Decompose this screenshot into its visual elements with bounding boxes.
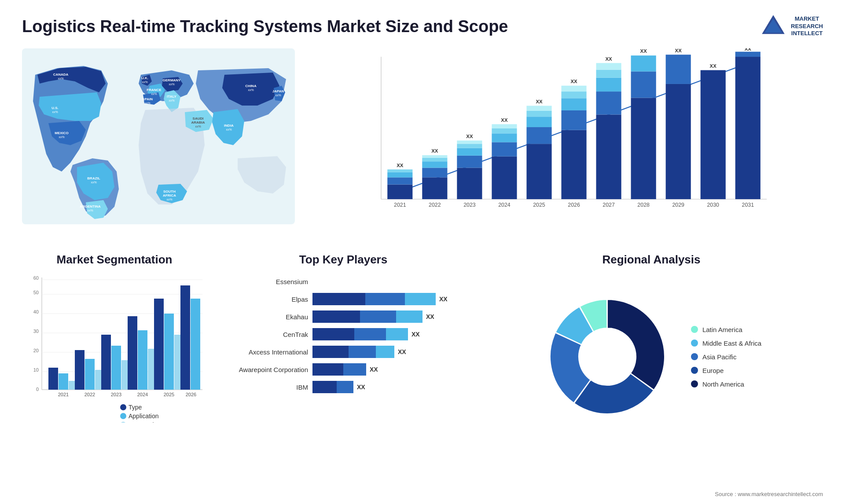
svg-text:2024: 2024 bbox=[498, 202, 511, 208]
svg-text:xx%: xx% bbox=[195, 125, 201, 128]
player-name: Axcess International bbox=[220, 348, 308, 356]
player-bar bbox=[312, 293, 436, 305]
svg-rect-127 bbox=[111, 346, 121, 390]
player-bar-container: XX bbox=[312, 310, 467, 323]
svg-rect-130 bbox=[128, 316, 137, 390]
svg-rect-88 bbox=[631, 71, 656, 98]
svg-text:2029: 2029 bbox=[672, 202, 684, 208]
svg-text:SOUTH: SOUTH bbox=[163, 190, 176, 194]
reg-legend-item-latin: Latin America bbox=[691, 326, 761, 333]
svg-rect-82 bbox=[596, 78, 621, 91]
player-bar-container: XX bbox=[312, 328, 467, 340]
svg-rect-60 bbox=[492, 142, 517, 156]
svg-text:2023: 2023 bbox=[463, 202, 476, 208]
player-name: CenTrak bbox=[220, 331, 308, 338]
svg-text:2022: 2022 bbox=[429, 202, 441, 208]
svg-text:60: 60 bbox=[33, 275, 39, 281]
bar-seg2 bbox=[343, 363, 366, 376]
regional-donut-chart bbox=[541, 291, 673, 423]
legend-label-na: North America bbox=[702, 380, 744, 388]
bar-seg1 bbox=[312, 381, 337, 393]
player-row: Awarepoint Corporation XX bbox=[220, 363, 467, 376]
svg-rect-80 bbox=[596, 114, 621, 199]
svg-text:SAUDI: SAUDI bbox=[193, 117, 204, 121]
page-title: Logistics Real-time Tracking Systems Mar… bbox=[22, 17, 508, 36]
reg-legend-item-na: North America bbox=[691, 380, 761, 388]
svg-rect-49 bbox=[422, 155, 447, 158]
player-row: Axcess International XX bbox=[220, 346, 467, 358]
svg-text:xx%: xx% bbox=[91, 181, 96, 184]
svg-rect-54 bbox=[457, 148, 482, 156]
svg-rect-123 bbox=[85, 359, 95, 390]
player-bar bbox=[312, 363, 366, 376]
svg-text:ARGENTINA: ARGENTINA bbox=[80, 205, 101, 208]
svg-text:MEXICO: MEXICO bbox=[55, 131, 69, 135]
svg-text:XX: XX bbox=[605, 56, 612, 62]
svg-rect-40 bbox=[387, 177, 412, 184]
bar-seg2 bbox=[365, 293, 405, 305]
player-bar bbox=[312, 381, 353, 393]
svg-text:XX: XX bbox=[536, 99, 543, 104]
svg-text:30: 30 bbox=[33, 329, 39, 334]
svg-rect-92 bbox=[666, 84, 691, 199]
svg-point-143 bbox=[120, 413, 126, 419]
svg-text:2030: 2030 bbox=[707, 202, 719, 208]
segmentation-section: Market Segmentation 0 10 20 30 40 50 60 bbox=[22, 253, 207, 464]
player-row: Essensium bbox=[220, 275, 467, 288]
players-section: Top Key Players Essensium Elpas bbox=[220, 253, 467, 464]
segmentation-title: Market Segmentation bbox=[22, 253, 207, 267]
svg-text:40: 40 bbox=[33, 309, 39, 314]
svg-text:XX: XX bbox=[570, 79, 577, 84]
player-name: Awarepoint Corporation bbox=[220, 366, 308, 373]
svg-rect-39 bbox=[387, 185, 412, 199]
svg-rect-41 bbox=[387, 172, 412, 177]
legend-label-mea: Middle East & Africa bbox=[702, 340, 761, 347]
svg-point-141 bbox=[120, 404, 126, 410]
svg-rect-87 bbox=[631, 98, 656, 199]
svg-text:XX: XX bbox=[675, 48, 682, 53]
svg-text:Type: Type bbox=[129, 404, 142, 411]
svg-text:xx%: xx% bbox=[226, 128, 231, 131]
svg-text:2025: 2025 bbox=[164, 392, 174, 397]
svg-rect-74 bbox=[561, 110, 586, 130]
players-list: Essensium Elpas XX bbox=[220, 273, 467, 393]
player-bar bbox=[312, 310, 422, 323]
svg-rect-139 bbox=[191, 299, 200, 390]
svg-rect-77 bbox=[561, 86, 586, 91]
svg-rect-67 bbox=[526, 127, 551, 144]
reg-legend-item-europe: Europe bbox=[691, 367, 761, 374]
reg-legend-item-apac: Asia Pacific bbox=[691, 353, 761, 361]
player-value: XX bbox=[357, 383, 365, 391]
svg-rect-93 bbox=[666, 55, 691, 84]
svg-text:ITALY: ITALY bbox=[167, 95, 176, 99]
bar-seg1 bbox=[312, 293, 365, 305]
svg-rect-83 bbox=[596, 70, 621, 78]
svg-text:ARABIA: ARABIA bbox=[191, 121, 205, 124]
svg-text:U.S.: U.S. bbox=[51, 106, 59, 110]
players-title: Top Key Players bbox=[220, 253, 467, 267]
svg-rect-62 bbox=[492, 128, 517, 133]
svg-text:XX: XX bbox=[501, 117, 508, 123]
bar-seg2 bbox=[354, 328, 386, 340]
svg-rect-46 bbox=[422, 168, 447, 177]
player-name: Ekahau bbox=[220, 313, 308, 321]
svg-text:XX: XX bbox=[640, 48, 647, 54]
svg-text:xx%: xx% bbox=[87, 209, 93, 212]
svg-text:FRANCE: FRANCE bbox=[147, 88, 162, 92]
svg-text:Geography: Geography bbox=[129, 421, 159, 423]
page-container: Logistics Real-time Tracking Systems Mar… bbox=[0, 0, 845, 504]
svg-text:xx%: xx% bbox=[166, 198, 172, 201]
svg-text:2026: 2026 bbox=[568, 202, 580, 208]
bar-seg1 bbox=[312, 328, 354, 340]
svg-text:xx%: xx% bbox=[275, 94, 281, 97]
player-name: Essensium bbox=[220, 278, 308, 285]
svg-text:2031: 2031 bbox=[742, 202, 754, 208]
regional-section: Regional Analysis bbox=[480, 253, 823, 464]
svg-text:U.K.: U.K. bbox=[141, 76, 148, 80]
player-value: XX bbox=[426, 313, 434, 320]
svg-text:SPAIN: SPAIN bbox=[142, 97, 153, 101]
player-name: IBM bbox=[220, 383, 308, 391]
svg-text:Application: Application bbox=[129, 413, 159, 420]
source-text: Source : www.marketresearchintellect.com bbox=[715, 491, 823, 497]
svg-text:xx%: xx% bbox=[151, 92, 157, 95]
